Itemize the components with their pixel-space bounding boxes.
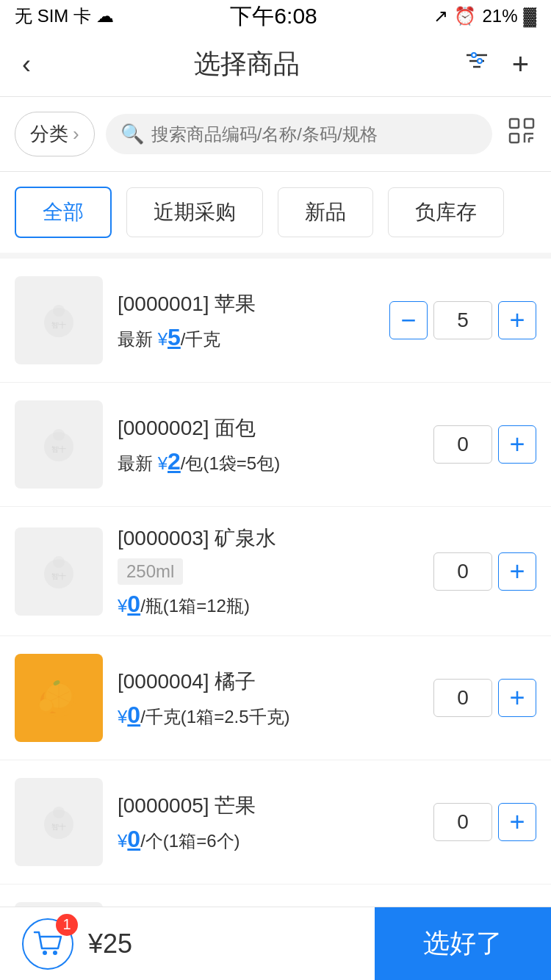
product-name: [0000004] 橘子 [118,668,419,696]
qty-plus-button[interactable]: + [498,803,536,841]
product-item: 智十 [0000001] 苹果 最新 ¥5/千克 − + [0,259,551,383]
svg-rect-7 [510,134,519,143]
product-image-0000002: 智十 [15,400,103,489]
qty-plus-button[interactable]: + [498,552,536,591]
product-price: ¥0/个(1箱=6个) [118,826,419,853]
product-price: ¥0/瓶(1箱=12瓶) [118,591,419,618]
status-right: ↗ ⏰ 21% ▓ [433,6,536,26]
category-label: 分类 [30,121,68,147]
product-qty-0000003: + [433,552,536,591]
cart-amount: ¥25 [88,929,132,959]
product-item: 智十 [0000002] 面包 最新 ¥2/包(1袋=5包) + [0,383,551,507]
svg-rect-6 [525,119,533,128]
tab-all[interactable]: 全部 [15,187,112,238]
filter-icon[interactable] [464,48,490,81]
qty-input[interactable] [433,803,492,841]
product-name: [0000002] 面包 [118,414,419,442]
back-button[interactable]: ‹ [22,49,31,80]
qty-plus-button[interactable]: + [498,425,536,464]
scan-icon[interactable] [507,116,536,152]
product-spec: 250ml [118,558,183,585]
cart-icon [33,931,62,957]
page-title: 选择商品 [194,46,300,82]
qty-input[interactable] [433,425,492,464]
product-info-0000003: [0000003] 矿泉水 250ml ¥0/瓶(1箱=12瓶) [118,525,419,618]
svg-rect-5 [510,119,519,128]
qty-plus-button[interactable]: + [498,679,536,717]
location-icon: ↗ [433,6,448,26]
tab-recent[interactable]: 近期采购 [126,187,263,237]
svg-point-13 [53,305,65,317]
search-bar: 分类 › 🔍 [0,97,551,172]
product-qty-0000001: − + [389,301,536,339]
bottom-bar: 1 ¥25 选好了 [0,907,551,980]
product-qty-0000005: + [433,803,536,841]
status-time: 下午6:08 [230,1,317,32]
search-input-wrap[interactable]: 🔍 [106,114,492,154]
cart-badge: 1 [56,914,78,936]
battery-icon: ▓ [523,6,536,26]
qty-input[interactable] [433,552,492,591]
svg-point-32 [53,807,65,818]
search-icon: 🔍 [120,123,144,145]
product-item: 智十 [0000003] 矿泉水 250ml ¥0/瓶(1箱=12瓶) + [0,507,551,636]
product-image-0000001: 智十 [15,276,103,364]
product-item: 智十 [0000005] 芒果 ¥0/个(1箱=6个) + [0,760,551,884]
svg-point-40 [43,951,47,955]
qty-input[interactable] [433,301,492,339]
product-image-0000005: 智十 [15,778,103,866]
status-bar: 无 SIM 卡 ☁ 下午6:08 ↗ ⏰ 21% ▓ [0,0,551,32]
product-image-0000004 [15,654,103,742]
svg-text:智十: 智十 [51,321,66,329]
chevron-right-icon: › [73,123,79,145]
product-image-0000003: 智十 [15,527,103,616]
qty-plus-button[interactable]: + [498,301,536,339]
nav-bar: ‹ 选择商品 + [0,32,551,97]
nav-actions: + [464,48,529,81]
tab-new[interactable]: 新品 [278,187,373,237]
battery-level: 21% [482,6,517,26]
product-info-0000005: [0000005] 芒果 ¥0/个(1箱=6个) [118,792,419,853]
product-price: 最新 ¥5/千克 [118,324,375,351]
cart-section: 1 ¥25 [0,918,375,970]
qty-input[interactable] [433,679,492,717]
svg-text:智十: 智十 [51,572,66,580]
category-button[interactable]: 分类 › [15,112,95,156]
product-name: [0000003] 矿泉水 [118,525,419,552]
alarm-icon: ⏰ [454,6,476,26]
product-price: ¥0/千克(1箱=2.5千克) [118,702,419,729]
add-button[interactable]: + [512,48,529,81]
svg-text:智十: 智十 [51,823,66,831]
product-name: [0000005] 芒果 [118,792,419,820]
svg-point-4 [478,59,482,63]
product-info-0000004: [0000004] 橘子 ¥0/千克(1箱=2.5千克) [118,668,419,729]
svg-point-19 [53,556,65,568]
product-info-0000001: [0000001] 苹果 最新 ¥5/千克 [118,290,375,351]
product-item: [0000004] 橘子 ¥0/千克(1箱=2.5千克) + [0,636,551,760]
sim-status: 无 SIM 卡 ☁ [15,4,114,28]
svg-point-30 [40,699,53,711]
confirm-button[interactable]: 选好了 [375,907,551,980]
svg-text:智十: 智十 [51,445,66,453]
filter-tabs: 全部 近期采购 新品 负库存 [0,172,551,259]
search-input[interactable] [151,124,478,145]
product-price: 最新 ¥2/包(1袋=5包) [118,448,419,475]
svg-point-3 [472,53,476,57]
status-left: 无 SIM 卡 ☁ [15,4,114,28]
product-info-0000002: [0000002] 面包 最新 ¥2/包(1袋=5包) [118,414,419,475]
svg-point-16 [53,429,65,441]
product-name: [0000001] 苹果 [118,290,375,318]
cart-button[interactable]: 1 [22,918,73,970]
product-list: 智十 [0000001] 苹果 最新 ¥5/千克 − + 智十 [0000002… [0,259,551,980]
svg-point-41 [53,951,57,955]
tab-negative[interactable]: 负库存 [388,187,504,237]
qty-minus-button[interactable]: − [389,301,428,339]
product-qty-0000002: + [433,425,536,464]
product-qty-0000004: + [433,679,536,717]
